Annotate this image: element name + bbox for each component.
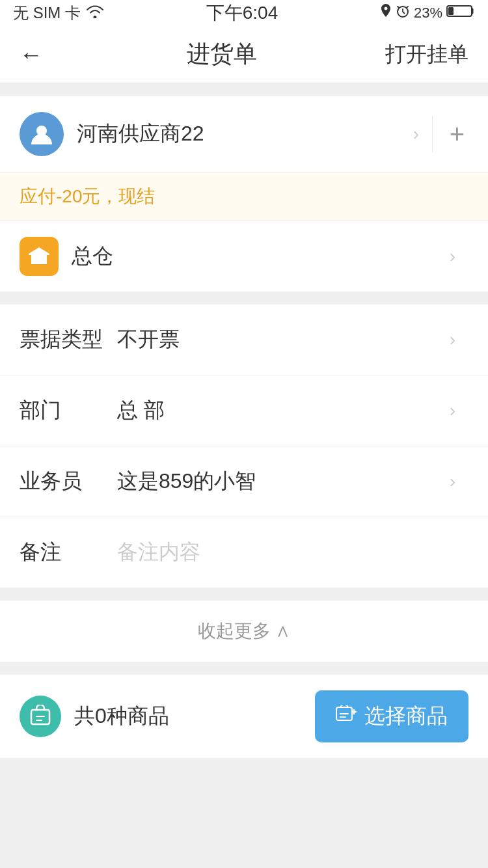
svg-rect-2 <box>448 7 454 15</box>
salesperson-value: 这是859的小智 <box>104 467 450 496</box>
ticket-type-label: 票据类型 <box>20 325 104 354</box>
collapse-text: 收起更多 ∧ <box>198 619 291 644</box>
select-product-icon <box>336 705 357 728</box>
status-left: 无 SIM 卡 <box>13 3 104 23</box>
select-product-label: 选择商品 <box>364 702 448 731</box>
top-divider <box>0 83 488 96</box>
notice-banner: 应付-20元，现结 <box>0 172 488 221</box>
sim-text: 无 SIM 卡 <box>13 3 81 23</box>
supplier-chevron-icon: › <box>413 124 419 144</box>
notice-text: 应付-20元，现结 <box>20 186 155 206</box>
remark-input[interactable]: 备注内容 <box>104 538 468 567</box>
page-content: 河南供应商22 › + 应付-20元，现结 总仓 › 票据类型 不开票 › <box>0 83 488 868</box>
department-row[interactable]: 部门 总 部 › <box>0 375 488 446</box>
department-label: 部门 <box>20 396 104 425</box>
supplier-row[interactable]: 河南供应商22 › + <box>0 96 488 172</box>
page-title: 进货单 <box>187 38 257 70</box>
status-time: 下午6:04 <box>206 1 278 25</box>
department-chevron-icon: › <box>450 400 455 421</box>
remark-row[interactable]: 备注 备注内容 <box>0 517 488 588</box>
salesperson-row[interactable]: 业务员 这是859的小智 › <box>0 446 488 517</box>
alarm-icon <box>396 4 410 22</box>
salesperson-chevron-icon: › <box>450 471 455 492</box>
back-button[interactable]: ← <box>20 41 59 68</box>
product-count-icon <box>20 696 61 737</box>
ticket-type-value: 不开票 <box>104 325 450 354</box>
supplier-name: 河南供应商22 <box>77 120 413 148</box>
collapse-row[interactable]: 收起更多 ∧ <box>0 601 488 662</box>
warehouse-name: 总仓 <box>72 242 450 271</box>
warehouse-icon <box>20 237 59 276</box>
status-right: 23% <box>380 4 475 22</box>
warehouse-row[interactable]: 总仓 › <box>0 221 488 292</box>
location-icon <box>380 4 392 22</box>
salesperson-label: 业务员 <box>20 467 104 496</box>
department-value: 总 部 <box>104 396 450 425</box>
bottom-bar: 共0种商品 选择商品 <box>0 675 488 758</box>
supplier-avatar <box>20 112 64 156</box>
remark-label: 备注 <box>20 538 104 567</box>
battery-icon <box>446 5 475 21</box>
add-supplier-button[interactable]: + <box>432 116 468 152</box>
status-bar: 无 SIM 卡 下午6:04 23% <box>0 0 488 26</box>
open-pending-button[interactable]: 打开挂单 <box>385 40 468 69</box>
product-count-text: 共0种商品 <box>74 702 302 731</box>
battery-text: 23% <box>414 5 442 21</box>
ticket-type-chevron-icon: › <box>450 329 455 350</box>
select-product-button[interactable]: 选择商品 <box>315 690 468 742</box>
ticket-type-row[interactable]: 票据类型 不开票 › <box>0 305 488 375</box>
warehouse-chevron-icon: › <box>450 246 455 267</box>
supplier-section: 河南供应商22 › + 应付-20元，现结 总仓 › <box>0 96 488 292</box>
wifi-icon <box>86 4 104 22</box>
nav-bar: ← 进货单 打开挂单 <box>0 26 488 83</box>
form-section: 票据类型 不开票 › 部门 总 部 › 业务员 这是859的小智 › 备注 备注… <box>0 305 488 588</box>
